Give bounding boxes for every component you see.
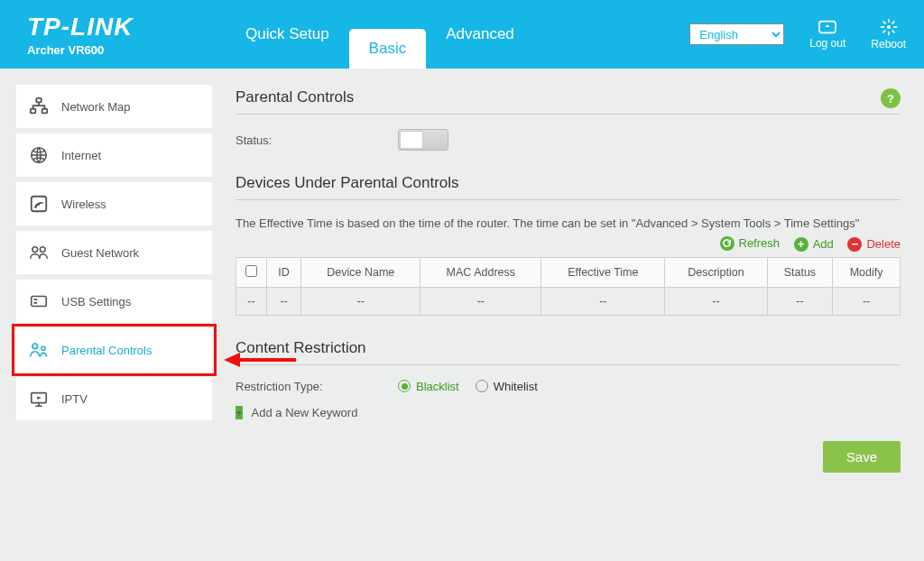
sidebar-item-label: Guest Network (61, 246, 139, 260)
sidebar-item-parental-controls[interactable]: Parental Controls (16, 328, 212, 372)
svg-rect-6 (882, 21, 886, 24)
reboot-icon (871, 18, 906, 36)
globe-icon (29, 145, 49, 165)
svg-point-22 (42, 346, 45, 350)
col-id: ID (267, 257, 301, 287)
logout-button[interactable]: Log out (809, 19, 845, 50)
add-button[interactable]: + Add (794, 237, 834, 252)
svg-rect-8 (892, 21, 895, 24)
svg-rect-9 (882, 30, 886, 33)
col-device: Device Name (301, 257, 420, 287)
refresh-icon (720, 236, 735, 251)
svg-point-21 (32, 344, 38, 349)
table-actions: Refresh + Add − Delete (236, 236, 901, 252)
sidebar-item-network-map[interactable]: Network Map (16, 85, 212, 128)
tab-advanced[interactable]: Advanced (426, 0, 534, 69)
add-keyword-button[interactable]: + Add a New Keyword (236, 406, 901, 419)
svg-rect-4 (880, 26, 883, 28)
status-toggle[interactable] (398, 129, 448, 151)
delete-button[interactable]: − Delete (847, 237, 901, 252)
help-button[interactable]: ? (881, 88, 901, 108)
col-mac: MAC Address (420, 257, 541, 287)
sidebar-item-label: Network Map (61, 100, 131, 114)
svg-rect-12 (42, 109, 47, 114)
sidebar-item-label: IPTV (61, 392, 88, 406)
radio-whitelist[interactable]: Whitelist (476, 380, 538, 393)
plus-icon: + (236, 406, 243, 419)
usb-icon (29, 291, 49, 311)
top-right: English Log out Reboot (689, 18, 906, 51)
main-content: ? Parental Controls Status: Devices Unde… (212, 69, 924, 561)
sidebar-item-usb-settings[interactable]: USB Settings (16, 280, 212, 323)
language-select[interactable]: English (689, 23, 784, 45)
tab-basic[interactable]: Basic (349, 29, 427, 69)
sidebar-item-iptv[interactable]: IPTV (16, 377, 212, 420)
sidebar-item-wireless[interactable]: Wireless (16, 182, 212, 225)
radio-blacklist[interactable]: Blacklist (398, 380, 459, 393)
save-button[interactable]: Save (823, 441, 901, 473)
svg-point-16 (32, 247, 38, 253)
svg-rect-3 (888, 32, 890, 35)
select-all-checkbox[interactable] (245, 265, 257, 277)
col-status: Status (767, 257, 833, 287)
refresh-button[interactable]: Refresh (720, 236, 781, 251)
svg-rect-10 (36, 98, 42, 103)
svg-point-15 (34, 206, 36, 207)
svg-rect-20 (34, 302, 38, 304)
tab-quick-setup[interactable]: Quick Setup (226, 0, 349, 69)
iptv-icon (29, 389, 49, 409)
minus-icon: − (847, 237, 862, 252)
sidebar-item-label: Wireless (61, 198, 106, 211)
svg-point-17 (40, 247, 45, 253)
svg-rect-18 (32, 297, 47, 307)
svg-point-1 (887, 25, 891, 29)
table-row: -- -- -- -- -- -- -- -- (236, 287, 901, 315)
sidebar: Network Map Internet Wireless Guest Netw… (0, 69, 212, 561)
parental-icon (29, 340, 49, 360)
sidebar-item-guest-network[interactable]: Guest Network (16, 231, 212, 274)
logout-icon (809, 19, 845, 35)
radio-dot-icon (476, 380, 488, 392)
col-description: Description (665, 257, 767, 287)
devices-table: ID Device Name MAC Address Effective Tim… (236, 257, 901, 316)
wireless-icon (29, 194, 49, 214)
top-bar: TP-LINK Archer VR600 Quick Setup Basic A… (0, 0, 924, 69)
sidebar-item-label: USB Settings (61, 295, 131, 308)
plus-icon: + (794, 237, 808, 252)
guest-icon (29, 243, 49, 262)
brand-name: TP-LINK (27, 13, 226, 41)
restriction-title: Content Restriction (236, 339, 901, 365)
page-title: Parental Controls (236, 88, 901, 115)
nav-tabs: Quick Setup Basic Advanced (226, 0, 534, 69)
devices-help-text: The Effective Time is based on the time … (236, 215, 901, 233)
brand-model: Archer VR600 (27, 43, 226, 57)
svg-rect-2 (888, 19, 890, 23)
sidebar-item-label: Parental Controls (61, 344, 152, 357)
brand-block: TP-LINK Archer VR600 (27, 13, 226, 57)
reboot-button[interactable]: Reboot (871, 18, 906, 51)
svg-rect-5 (893, 26, 897, 28)
status-label: Status: (236, 133, 398, 147)
svg-rect-7 (892, 30, 895, 33)
restriction-type-label: Restriction Type: (236, 380, 398, 393)
col-modify: Modify (833, 257, 901, 287)
sidebar-item-label: Internet (61, 149, 101, 162)
radio-dot-icon (398, 380, 411, 392)
col-effective: Effective Time (541, 257, 665, 287)
sidebar-item-internet[interactable]: Internet (16, 133, 212, 177)
restriction-type-group: Blacklist Whitelist (398, 380, 538, 393)
svg-rect-11 (31, 109, 36, 114)
devices-title: Devices Under Parental Controls (236, 174, 901, 200)
network-map-icon (29, 97, 49, 116)
svg-rect-19 (34, 299, 38, 300)
